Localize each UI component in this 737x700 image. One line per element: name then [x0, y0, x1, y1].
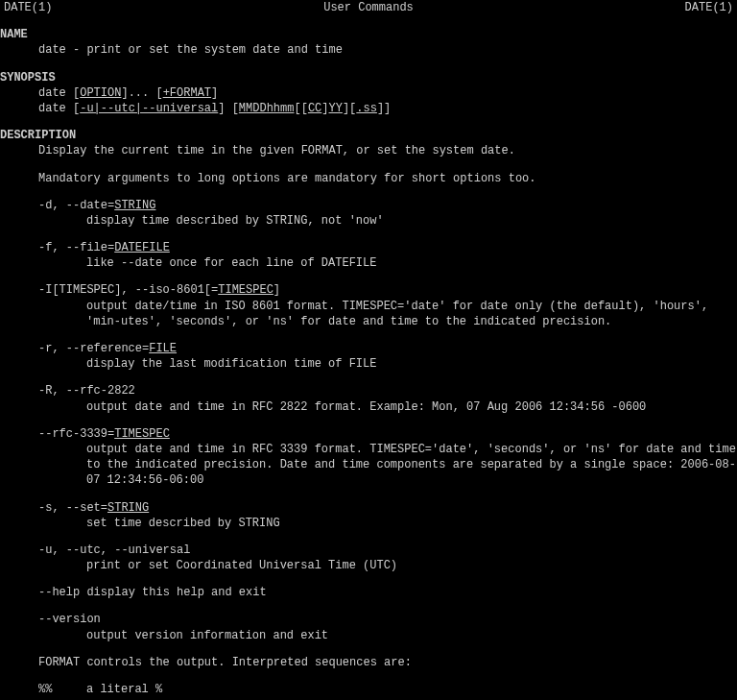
option-f: -f, --file=DATEFILE — [0, 240, 737, 255]
option-s-flag: -s, --set= — [38, 501, 107, 515]
synopsis-text: ] — [211, 86, 218, 100]
option-help: --help display this help and exit — [0, 585, 737, 600]
format-key: %% — [38, 682, 86, 697]
synopsis-line-2: date [-u|--utc|--universal] [MMDDhhmm[[C… — [0, 101, 737, 116]
section-description: DESCRIPTION — [0, 128, 737, 143]
option-f-body-flag: --date — [121, 256, 162, 270]
name-line: date - print or set the system date and … — [0, 42, 737, 58]
desc-intro-1: Display the current time in the given FO… — [0, 143, 737, 158]
option-R-body: output date and time in RFC 2822 format.… — [0, 399, 737, 415]
option-version-flag: --version — [0, 612, 737, 627]
option-d-arg: STRING — [114, 199, 155, 212]
synopsis-text: ] — [321, 102, 328, 115]
option-r-body: display the last modification time of FI… — [0, 356, 737, 372]
section-synopsis: SYNOPSIS — [0, 70, 737, 85]
option-d-flag: -d, --date= — [38, 199, 114, 212]
synopsis-text: ] [ — [218, 102, 239, 115]
option-rfc3339-body: output date and time in RFC 3339 format.… — [0, 442, 737, 489]
format-desc: a literal % — [86, 683, 162, 696]
synopsis-text: ][ — [343, 102, 356, 115]
option-I-flag: -I[TIMESPEC], --iso-8601[= — [38, 283, 218, 297]
synopsis-yy-arg: YY — [329, 102, 343, 115]
option-I-arg: TIMESPEC — [218, 283, 273, 297]
option-u-flag: -u, --utc, --universal — [0, 543, 737, 558]
synopsis-text: ]... [ — [121, 86, 162, 100]
synopsis-option-arg: OPTION — [80, 86, 121, 100]
option-f-body-text: once for each line of DATEFILE — [162, 256, 376, 270]
header-center: User Commands — [0, 0, 737, 15]
option-r-flag: -r, --reference= — [38, 342, 149, 355]
synopsis-utc-arg: -u|--utc|--universal — [80, 102, 218, 115]
format-seq-percent: %%a literal % — [0, 682, 737, 697]
section-name: NAME — [0, 27, 737, 42]
synopsis-text: [[ — [294, 102, 307, 115]
synopsis-format-arg: +FORMAT — [163, 86, 211, 100]
option-help-flag: --help — [38, 586, 80, 599]
option-help-body: display this help and exit — [80, 586, 266, 599]
option-r: -r, --reference=FILE — [0, 341, 737, 356]
option-d: -d, --date=STRING — [0, 198, 737, 213]
option-f-body-text: like — [86, 256, 121, 270]
option-s: -s, --set=STRING — [0, 500, 737, 516]
synopsis-line-1: date [OPTION]... [+FORMAT] — [0, 85, 737, 101]
option-I: -I[TIMESPEC], --iso-8601[=TIMESPEC] — [0, 282, 737, 298]
option-d-body: display time described by STRING, not 'n… — [0, 213, 737, 229]
option-rfc3339-arg: TIMESPEC — [114, 427, 170, 441]
desc-intro-2: Mandatory arguments to long options are … — [0, 171, 737, 186]
option-f-arg: DATEFILE — [114, 241, 170, 254]
option-rfc3339: --rfc-3339=TIMESPEC — [0, 426, 737, 442]
synopsis-text: ]] — [377, 102, 391, 115]
option-I-flag-tail: ] — [273, 283, 280, 297]
synopsis-mmdd-arg: MDDhhmm — [246, 102, 294, 115]
synopsis-text: date [ — [38, 102, 80, 115]
synopsis-cc-arg: CC — [308, 102, 321, 115]
option-s-arg: STRING — [107, 501, 149, 515]
option-version-body: output version information and exit — [0, 628, 737, 643]
manpage-header: DATE(1) User Commands DATE(1) — [0, 0, 737, 15]
option-u-body: print or set Coordinated Universal Time … — [0, 558, 737, 573]
format-intro: FORMAT controls the output. Interpreted … — [0, 655, 737, 670]
option-f-flag: -f, --file= — [38, 241, 114, 254]
synopsis-mmdd-arg: M — [239, 102, 246, 115]
option-s-body: set time described by STRING — [0, 516, 737, 531]
option-rfc3339-flag: --rfc-3339= — [38, 427, 114, 441]
option-r-arg: FILE — [149, 342, 177, 355]
option-f-body: like --date once for each line of DATEFI… — [0, 255, 737, 271]
synopsis-ss-arg: .ss — [356, 102, 377, 115]
option-R-flag: -R, --rfc-2822 — [0, 383, 737, 398]
synopsis-text: date [ — [38, 86, 80, 100]
option-I-body: output date/time in ISO 8601 format. TIM… — [0, 299, 737, 329]
